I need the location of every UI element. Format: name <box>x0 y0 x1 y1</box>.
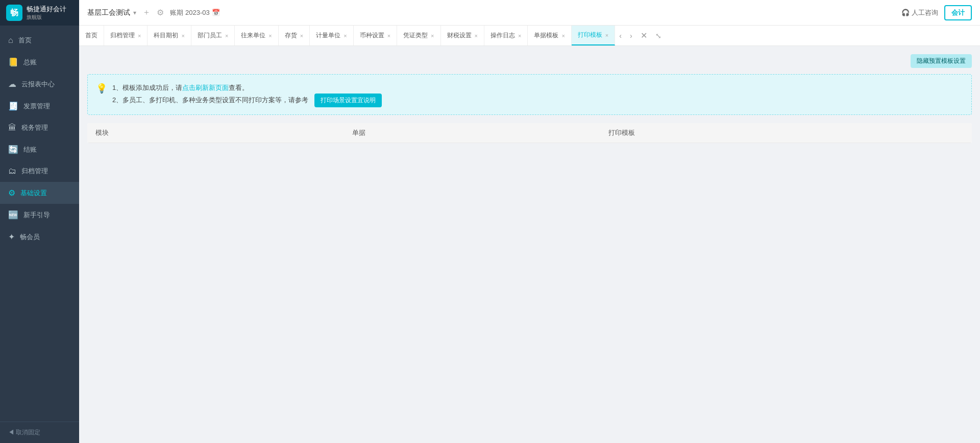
tax-icon: 🏛 <box>8 123 16 132</box>
tab-archive[interactable]: 归档管理× <box>104 26 148 45</box>
add-tab-icon[interactable]: ＋ <box>142 7 151 18</box>
tab-label-single: 单据模板 <box>534 31 558 40</box>
sidebar-item-tax[interactable]: 🏛税务管理 <box>0 117 79 138</box>
tab-tax[interactable]: 财税设置× <box>441 26 484 45</box>
tab-close-unit[interactable]: × <box>344 33 347 39</box>
tab-close-voucher[interactable]: × <box>431 33 434 39</box>
sidebar-item-archive[interactable]: 🗂归档管理 <box>0 160 79 182</box>
main-area: 基层工会测试 ▾ ＋ ⚙ 账期 2023-03 📅 🎧 人工咨询 会计 首页归档… <box>79 0 980 443</box>
tab-label-partner: 往来单位 <box>241 31 265 40</box>
sidebar-item-label-archive: 归档管理 <box>21 167 48 176</box>
tab-close-tax[interactable]: × <box>475 33 478 39</box>
tab-label-tax: 财税设置 <box>447 31 472 40</box>
tab-close-all-btn[interactable]: ✕ <box>636 26 651 45</box>
kuaiji-button[interactable]: 会计 <box>944 5 972 20</box>
sidebar-item-label-report: 云报表中心 <box>21 80 55 89</box>
tab-label-subject: 科目期初 <box>154 31 178 40</box>
logo-icon: 畅 <box>6 5 22 21</box>
tab-label-home: 首页 <box>85 31 97 40</box>
tab-close-archive[interactable]: × <box>138 33 141 39</box>
tab-close-single[interactable]: × <box>561 33 565 39</box>
tab-label-voucher: 凭证类型 <box>403 31 428 40</box>
sidebar-item-label-tax: 税务管理 <box>21 123 48 132</box>
col-template: 打印模板 <box>600 123 972 143</box>
settings-icon[interactable]: ⚙ <box>157 8 164 17</box>
tab-partner[interactable]: 往来单位× <box>235 26 278 45</box>
tab-close-dept[interactable]: × <box>225 33 228 39</box>
info-text: 1、模板添加成功后，请点击刷新新页面查看。 2、多员工、多打印机、多种业务类型设… <box>112 82 382 107</box>
topbar-right: 🎧 人工咨询 会计 <box>901 5 972 20</box>
tab-currency[interactable]: 币种设置× <box>354 26 397 45</box>
content-area: 隐藏预置模板设置 💡 1、模板添加成功后，请点击刷新新页面查看。 2、多员工、多… <box>79 46 980 443</box>
guide-icon: 🆕 <box>8 210 18 220</box>
tab-single[interactable]: 单据模板× <box>528 26 571 45</box>
info-line1: 1、模板添加成功后，请点击刷新新页面查看。 <box>112 82 382 94</box>
sidebar-item-settings[interactable]: ⚙基础设置 <box>0 182 79 204</box>
logo-text: 畅捷通好会计 旗舰版 <box>27 5 66 20</box>
tab-voucher[interactable]: 凭证类型× <box>397 26 440 45</box>
tab-home[interactable]: 首页 <box>79 26 104 45</box>
cancel-fixed-btn[interactable]: ◀ 取消固定 <box>0 422 79 443</box>
service-button[interactable]: 🎧 人工咨询 <box>901 8 938 17</box>
home-icon: ⌂ <box>8 36 13 45</box>
tab-unit[interactable]: 计量单位× <box>310 26 353 45</box>
tab-prev-btn[interactable]: ‹ <box>615 26 626 45</box>
tab-print[interactable]: 打印模板× <box>572 26 615 45</box>
company-name: 基层工会测试 <box>87 8 130 17</box>
invoice-icon: 🧾 <box>8 101 18 111</box>
info-box: 💡 1、模板添加成功后，请点击刷新新页面查看。 2、多员工、多打印机、多种业务类… <box>87 74 972 115</box>
ledger-icon: 📒 <box>8 57 18 67</box>
tab-label-oplog: 操作日志 <box>491 31 515 40</box>
sidebar-item-label-ledger: 总账 <box>23 58 37 67</box>
tab-close-print[interactable]: × <box>605 32 608 38</box>
sidebar-item-checkout[interactable]: 🔄结账 <box>0 138 79 160</box>
period-label: 账期 <box>170 8 183 17</box>
table-header-row: 模块 单据 打印模板 <box>87 123 972 143</box>
tab-close-inventory[interactable]: × <box>300 33 303 39</box>
tab-dept[interactable]: 部门员工× <box>191 26 235 45</box>
sidebar-nav: ⌂首页📒总账☁云报表中心🧾发票管理🏛税务管理🔄结账🗂归档管理⚙基础设置🆕新手引导… <box>0 26 79 422</box>
tab-bar: 首页归档管理×科目期初×部门员工×往来单位×存货×计量单位×币种设置×凭证类型×… <box>79 26 980 46</box>
company-selector[interactable]: 基层工会测试 ▾ <box>87 8 136 17</box>
tab-expand-btn[interactable]: ⤡ <box>651 26 666 45</box>
sidebar-item-label-member: 畅会员 <box>20 232 40 242</box>
tab-label-archive: 归档管理 <box>110 31 135 40</box>
bulb-icon: 💡 <box>96 83 107 94</box>
tab-label-unit: 计量单位 <box>316 31 340 40</box>
calendar-icon: 📅 <box>212 9 220 16</box>
refresh-link[interactable]: 点击刷新新页面 <box>182 84 229 91</box>
headset-icon: 🎧 <box>901 9 910 16</box>
settings-icon: ⚙ <box>8 188 15 198</box>
sidebar-item-invoice[interactable]: 🧾发票管理 <box>0 95 79 117</box>
sidebar-item-label-settings: 基础设置 <box>20 189 47 198</box>
tab-label-inventory: 存货 <box>285 31 297 40</box>
col-document: 单据 <box>344 123 601 143</box>
checkout-icon: 🔄 <box>8 145 18 154</box>
tab-next-btn[interactable]: › <box>626 26 636 45</box>
sidebar-item-member[interactable]: ✦畅会员 <box>0 226 79 248</box>
tab-close-partner[interactable]: × <box>268 33 272 39</box>
period-value: 2023-03 <box>185 9 210 16</box>
tab-inventory[interactable]: 存货× <box>279 26 310 45</box>
period-selector[interactable]: 账期 2023-03 📅 <box>170 8 220 17</box>
tab-close-subject[interactable]: × <box>181 33 184 39</box>
sidebar: 畅 畅捷通好会计 旗舰版 ⌂首页📒总账☁云报表中心🧾发票管理🏛税务管理🔄结账🗂归… <box>0 0 79 443</box>
sidebar-item-label-home: 首页 <box>18 36 32 45</box>
logo-area: 畅 畅捷通好会计 旗舰版 <box>0 0 79 26</box>
sidebar-item-guide[interactable]: 🆕新手引导 <box>0 204 79 226</box>
tab-label-print: 打印模板 <box>578 31 602 39</box>
print-template-table: 模块 单据 打印模板 <box>87 123 972 143</box>
hide-preview-button[interactable]: 隐藏预置模板设置 <box>911 54 972 68</box>
member-icon: ✦ <box>8 232 15 242</box>
tab-subject[interactable]: 科目期初× <box>148 26 191 45</box>
tab-close-currency[interactable]: × <box>387 33 390 39</box>
archive-icon: 🗂 <box>8 167 16 176</box>
tab-close-oplog[interactable]: × <box>518 33 521 39</box>
sidebar-item-ledger[interactable]: 📒总账 <box>0 51 79 73</box>
explain-button[interactable]: 打印场景设置宜说明 <box>314 94 382 107</box>
sidebar-item-report[interactable]: ☁云报表中心 <box>0 73 79 95</box>
topbar-actions: ＋ ⚙ <box>142 7 164 18</box>
tab-oplog[interactable]: 操作日志× <box>484 26 528 45</box>
info-line2: 2、多员工、多打印机、多种业务类型设置不同打印方案等，请参考 打印场景设置宜说明 <box>112 94 382 107</box>
sidebar-item-home[interactable]: ⌂首页 <box>0 30 79 51</box>
